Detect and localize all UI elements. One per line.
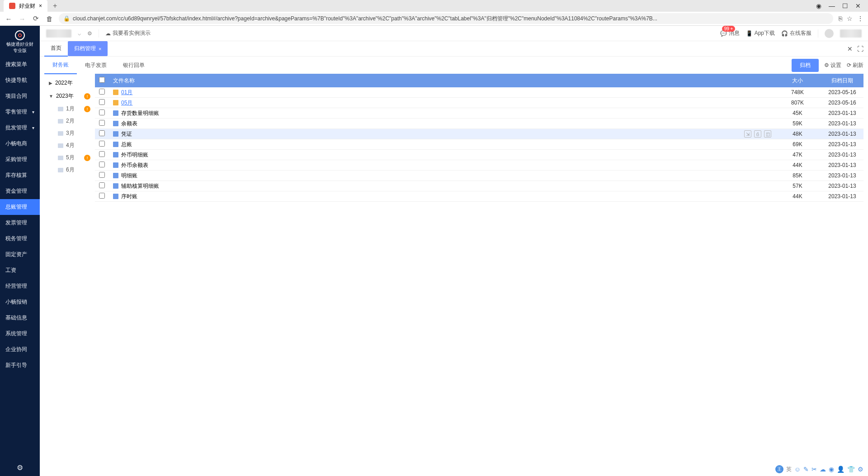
row-checkbox[interactable] (99, 151, 105, 157)
subtab-finance[interactable]: 财务账 (44, 57, 77, 74)
msg-link[interactable]: 99 + 💬 消息 (720, 29, 740, 37)
sidebar-item[interactable]: 基础信息 (0, 310, 40, 326)
ime-circle-icon[interactable]: ◉ (829, 466, 834, 473)
org-settings-icon[interactable]: ⚙ (87, 30, 92, 37)
sidebar-item[interactable]: 系统管理 (0, 326, 40, 342)
sidebar-item[interactable]: 批发管理▾ (0, 120, 40, 136)
ime-main-icon[interactable]: 王 (775, 465, 783, 473)
ime-gear-icon[interactable]: ⚙ (858, 466, 863, 473)
tree-month[interactable]: 5月! (44, 152, 95, 164)
sidebar-settings-icon[interactable]: ⚙ (0, 459, 40, 476)
sidebar-item[interactable]: 固定资产 (0, 247, 40, 262)
download-link[interactable]: 📱 App下载 (746, 29, 775, 37)
sidebar-item[interactable]: 采购管理 (0, 152, 40, 167)
row-checkbox[interactable] (99, 109, 105, 115)
subtab-bank[interactable]: 银行回单 (115, 57, 153, 74)
table-row[interactable]: 余额表 59K 2023-01-13 (95, 119, 863, 129)
sidebar-item[interactable]: 发票管理 (0, 215, 40, 231)
ime-emoji-icon[interactable]: ☺ (794, 466, 801, 473)
incognito-icon[interactable]: ◉ (816, 2, 821, 10)
table-row[interactable]: 01月 748K 2023-05-16 (95, 87, 863, 98)
file-link[interactable]: 01月 (121, 89, 132, 96)
browser-tab[interactable]: 好业财 × (4, 0, 47, 12)
install-icon[interactable]: ⎘ (839, 15, 842, 22)
sidebar-item[interactable]: 资金管理 (0, 183, 40, 199)
sidebar-item[interactable]: 零售管理▾ (0, 104, 40, 120)
table-row[interactable]: 外币明细账 47K 2023-01-13 (95, 150, 863, 160)
close-tabs-icon[interactable]: ✕ (847, 45, 853, 52)
settings-link[interactable]: ⚙设置 (824, 62, 841, 69)
ime-cloud-icon[interactable]: ☁ (820, 466, 826, 473)
ime-cut-icon[interactable]: ✂ (811, 466, 817, 473)
menu-icon[interactable]: ⋮ (857, 15, 863, 22)
tab-close-icon[interactable]: × (99, 46, 101, 52)
ime-edit-icon[interactable]: ✎ (803, 466, 809, 473)
close-window-icon[interactable]: ✕ (855, 2, 861, 10)
tree-month[interactable]: 1月! (44, 103, 95, 115)
table-row[interactable]: 序时账 44K 2023-01-13 (95, 191, 863, 202)
tab-archive[interactable]: 归档管理 × (68, 41, 108, 56)
tree-month[interactable]: 4月 (44, 139, 95, 152)
service-link[interactable]: 🎧 在线客服 (781, 29, 811, 37)
back-icon[interactable]: ← (5, 15, 13, 23)
new-tab-button[interactable]: + (53, 2, 57, 10)
sidebar-item[interactable]: 税务管理 (0, 231, 40, 247)
sidebar-item[interactable]: 企业协同 (0, 342, 40, 357)
sidebar-item[interactable]: 项目合同 (0, 88, 40, 104)
sidebar-item[interactable]: 快捷导航 (0, 72, 40, 88)
sidebar-item[interactable]: 总账管理 (0, 199, 40, 215)
fullscreen-icon[interactable]: ⛶ (857, 45, 863, 52)
sidebar-item[interactable]: 新手引导 (0, 357, 40, 373)
select-all-checkbox[interactable] (99, 77, 105, 83)
url-field[interactable]: 🔒 cloud.chanjet.com/cc/u6d89qwnryel/57bf… (59, 13, 833, 24)
sidebar-item[interactable]: 库存核算 (0, 167, 40, 183)
view-icon[interactable]: ◫ (764, 130, 771, 138)
pdf-icon[interactable]: ⎙ (754, 130, 761, 138)
table-row[interactable]: 总账 69K 2023-01-13 (95, 139, 863, 150)
sidebar-item[interactable]: 工资 (0, 262, 40, 278)
table-row[interactable]: 凭证⇲⎙◫ 48K 2023-01-13 (95, 129, 863, 139)
row-checkbox[interactable] (99, 130, 105, 136)
table-row[interactable]: 外币余额表 44K 2023-01-13 (95, 160, 863, 171)
row-checkbox[interactable] (99, 89, 105, 95)
refresh-link[interactable]: ⟳刷新 (847, 62, 863, 69)
org-dropdown-icon[interactable]: ⌵ (78, 30, 81, 37)
tree-month[interactable]: 2月 (44, 115, 95, 127)
row-checkbox[interactable] (99, 141, 105, 147)
file-link[interactable]: 05月 (121, 99, 132, 107)
minimize-icon[interactable]: — (829, 2, 835, 10)
delete-icon[interactable]: 🗑 (45, 15, 53, 23)
table-row[interactable]: 存货数量明细账 45K 2023-01-13 (95, 108, 863, 119)
sidebar-item[interactable]: 小畅电商 (0, 136, 40, 152)
row-checkbox[interactable] (99, 162, 105, 167)
row-checkbox[interactable] (99, 99, 105, 105)
avatar[interactable] (825, 29, 834, 38)
demo-link[interactable]: ☁ 我要看实例演示 (105, 29, 151, 37)
sidebar-item[interactable]: 搜索菜单 (0, 57, 40, 72)
export-icon[interactable]: ⇲ (744, 130, 751, 138)
ime-person-icon[interactable]: 👤 (837, 466, 844, 473)
row-checkbox[interactable] (99, 182, 105, 188)
subtab-einvoice[interactable]: 电子发票 (77, 57, 115, 74)
tree-month[interactable]: 3月 (44, 127, 95, 139)
table-row[interactable]: 05月 807K 2023-05-16 (95, 98, 863, 108)
sidebar-item[interactable]: 经营管理 (0, 278, 40, 294)
tab-close-icon[interactable]: × (39, 3, 42, 9)
ime-lang[interactable]: 英 (786, 466, 792, 473)
table-row[interactable]: 辅助核算明细账 57K 2023-01-13 (95, 181, 863, 191)
row-checkbox[interactable] (99, 193, 105, 199)
reload-icon[interactable]: ⟳ (32, 14, 40, 23)
maximize-icon[interactable]: ☐ (842, 2, 848, 10)
tree-year-2022[interactable]: ▶ 2022年 (44, 76, 95, 90)
tree-month[interactable]: 6月 (44, 164, 95, 176)
tree-year-2023[interactable]: ▼ 2023年 ! (44, 90, 95, 103)
ime-shirt-icon[interactable]: 👕 (847, 466, 855, 473)
forward-icon[interactable]: → (18, 15, 26, 23)
archive-button[interactable]: 归档 (792, 59, 819, 72)
table-row[interactable]: 明细账 85K 2023-01-13 (95, 171, 863, 181)
row-checkbox[interactable] (99, 172, 105, 178)
sidebar-item[interactable]: 小畅报销 (0, 294, 40, 310)
row-checkbox[interactable] (99, 120, 105, 126)
tab-home[interactable]: 首页 (44, 41, 68, 57)
star-icon[interactable]: ☆ (847, 15, 853, 22)
